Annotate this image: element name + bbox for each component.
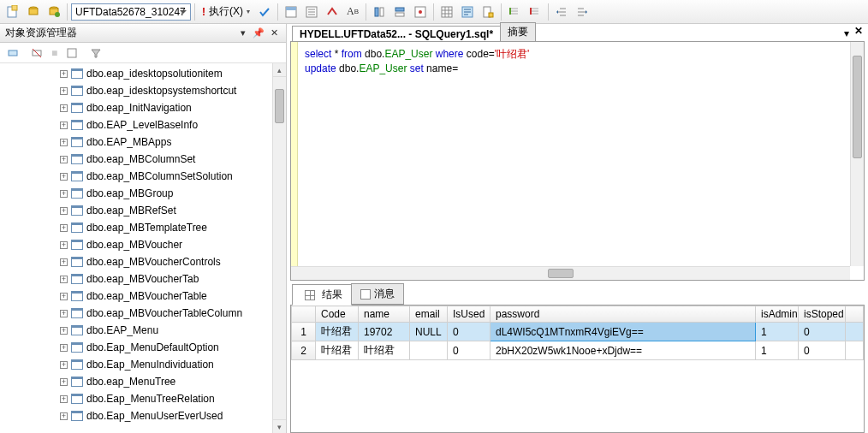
grid-results-icon[interactable] xyxy=(437,3,456,21)
expand-icon[interactable]: + xyxy=(60,190,68,198)
col-name[interactable]: name xyxy=(359,306,410,323)
disconnect-icon[interactable] xyxy=(27,44,46,62)
db-refresh-icon[interactable] xyxy=(45,3,63,21)
editor-scrollbar-horizontal[interactable] xyxy=(291,266,850,280)
cell-password[interactable]: dL4WI5cQ1MTnxmR4VgiEVg== xyxy=(490,323,756,341)
expand-icon[interactable]: + xyxy=(60,224,68,232)
outdent-icon[interactable] xyxy=(552,3,571,21)
expand-icon[interactable]: + xyxy=(60,395,68,403)
tree-node[interactable]: +dbo.Eap_MenuUserEverUsed xyxy=(0,407,272,424)
expand-icon[interactable]: + xyxy=(60,241,68,249)
expand-icon[interactable]: + xyxy=(60,344,68,352)
expand-icon[interactable]: + xyxy=(60,87,68,95)
col-isused[interactable]: IsUsed xyxy=(448,306,490,323)
tree-node[interactable]: +dbo.eap_MBVoucherTable xyxy=(0,288,272,305)
database-selector[interactable]: UFTData52678_310247 xyxy=(71,3,191,21)
connect-icon[interactable] xyxy=(3,44,22,62)
scroll-thumb[interactable] xyxy=(853,56,862,158)
parse-icon[interactable] xyxy=(255,3,274,21)
tree-node[interactable]: +dbo.EAP_LevelBaseInfo xyxy=(0,116,272,133)
tab-summary[interactable]: 摘要 xyxy=(500,22,536,41)
pin-icon[interactable]: 📌 xyxy=(252,27,265,40)
cell-isadmin[interactable]: 1 xyxy=(756,323,799,341)
col-isadmin[interactable]: isAdmin xyxy=(756,306,799,323)
scroll-thumb[interactable] xyxy=(548,269,574,278)
tree-scrollbar[interactable]: ▴ ▾ xyxy=(272,63,286,433)
expand-icon[interactable]: + xyxy=(60,258,68,266)
cell-email[interactable]: NULL xyxy=(410,323,448,341)
tree-node[interactable]: +dbo.Eap_MenuIndividuation xyxy=(0,356,272,373)
new-query-icon[interactable] xyxy=(3,3,22,21)
tree-node[interactable]: +dbo.eap_MBGroup xyxy=(0,185,272,202)
tree-node[interactable]: +dbo.eap_InitNavigation xyxy=(0,99,272,116)
tree-node[interactable]: +dbo.eap_idesktopsolutionitem xyxy=(0,65,272,82)
row-number[interactable]: 2 xyxy=(292,341,316,360)
editor-text[interactable]: select * from dbo.EAP_User where code='叶… xyxy=(298,42,864,280)
tree-node[interactable]: +dbo.eap_MBRefSet xyxy=(0,202,272,219)
col-isstoped[interactable]: isStoped xyxy=(799,306,846,323)
scroll-up-icon[interactable]: ▴ xyxy=(273,63,286,77)
col-extra[interactable] xyxy=(846,306,864,323)
expand-icon[interactable]: + xyxy=(60,310,68,317)
tab-messages[interactable]: 消息 xyxy=(351,283,404,305)
tree-node[interactable]: +dbo.eap_MBTemplateTree xyxy=(0,219,272,236)
tree-node[interactable]: +dbo.Eap_MenuTreeRelation xyxy=(0,390,272,407)
tab-close-icon[interactable]: ✕ xyxy=(853,26,865,38)
table-row[interactable]: 1叶绍君19702NULL0dL4WI5cQ1MTnxmR4VgiEVg==10 xyxy=(292,323,864,341)
expand-icon[interactable]: + xyxy=(60,122,68,129)
expand-icon[interactable]: + xyxy=(60,293,68,300)
col-password[interactable]: password xyxy=(490,306,756,323)
expand-icon[interactable]: + xyxy=(60,104,68,112)
results-grid[interactable]: Code name email IsUsed password isAdmin … xyxy=(290,305,865,433)
expand-icon[interactable]: + xyxy=(60,412,68,420)
tree-node[interactable]: +dbo.eap_MenuTree xyxy=(0,373,272,390)
cell-isstoped[interactable]: 0 xyxy=(799,341,846,360)
scroll-thumb[interactable] xyxy=(275,89,284,123)
filter-icon[interactable] xyxy=(86,44,105,62)
tab-sqlquery[interactable]: HYDELL.UFTData52... - SQLQuery1.sql* xyxy=(292,26,501,42)
expand-icon[interactable]: + xyxy=(60,361,68,369)
expand-icon[interactable]: + xyxy=(60,276,68,283)
toolbar-icon[interactable] xyxy=(302,3,321,21)
file-results-icon[interactable] xyxy=(479,3,497,21)
cell-code[interactable]: 叶绍君 xyxy=(316,341,359,360)
toolbar-icon[interactable] xyxy=(390,3,409,21)
cell-email[interactable] xyxy=(410,341,448,360)
tree-node[interactable]: +dbo.Eap_MenuDefaultOption xyxy=(0,339,272,356)
tree-node[interactable]: +dbo.EAP_Menu xyxy=(0,322,272,339)
cell-isadmin[interactable]: 1 xyxy=(756,341,799,360)
close-icon[interactable]: ✕ xyxy=(267,27,281,40)
expand-icon[interactable]: + xyxy=(60,207,68,215)
expand-icon[interactable]: + xyxy=(60,156,68,163)
sql-editor[interactable]: select * from dbo.EAP_User where code='叶… xyxy=(290,41,865,281)
tree-node[interactable]: +dbo.eap_MBColumnSet xyxy=(0,151,272,168)
tab-dropdown-icon[interactable]: ▾ xyxy=(844,27,849,39)
toolbar-icon[interactable] xyxy=(370,3,389,21)
table-row[interactable]: 2叶绍君叶绍君02bHX20zW5wk1Nooe+xDjdw==10 xyxy=(292,341,864,360)
col-email[interactable]: email xyxy=(410,306,448,323)
refresh-icon[interactable] xyxy=(62,44,81,62)
toolbar-icon[interactable]: AB xyxy=(343,3,362,21)
expand-icon[interactable]: + xyxy=(60,327,68,335)
cell-isused[interactable]: 0 xyxy=(448,323,490,341)
tree-node[interactable]: +dbo.eap_idesktopsystemshortcut xyxy=(0,82,272,99)
db-icon[interactable] xyxy=(24,3,43,21)
tree-node[interactable]: +dbo.eap_MBVoucherTableColumn xyxy=(0,305,272,322)
cell-name[interactable]: 叶绍君 xyxy=(359,341,410,360)
tree-node[interactable]: +dbo.eap_MBVoucherControls xyxy=(0,253,272,270)
toolbar-icon[interactable] xyxy=(411,3,430,21)
editor-scrollbar-vertical[interactable] xyxy=(850,42,864,266)
indent-icon[interactable] xyxy=(573,3,592,21)
cell-extra[interactable] xyxy=(846,323,864,341)
comment-icon[interactable] xyxy=(505,3,524,21)
panel-dropdown-icon[interactable]: ▾ xyxy=(236,27,250,40)
toolbar-icon[interactable] xyxy=(323,3,342,21)
col-code[interactable]: Code xyxy=(316,306,359,323)
tree-node[interactable]: +dbo.eap_MBColumnSetSolution xyxy=(0,168,272,185)
row-header-blank[interactable] xyxy=(292,306,316,323)
expand-icon[interactable]: + xyxy=(60,378,68,386)
cell-password[interactable]: 2bHX20zW5wk1Nooe+xDjdw== xyxy=(490,341,756,360)
cell-isstoped[interactable]: 0 xyxy=(799,323,846,341)
cell-isused[interactable]: 0 xyxy=(448,341,490,360)
cell-extra[interactable] xyxy=(846,341,864,360)
